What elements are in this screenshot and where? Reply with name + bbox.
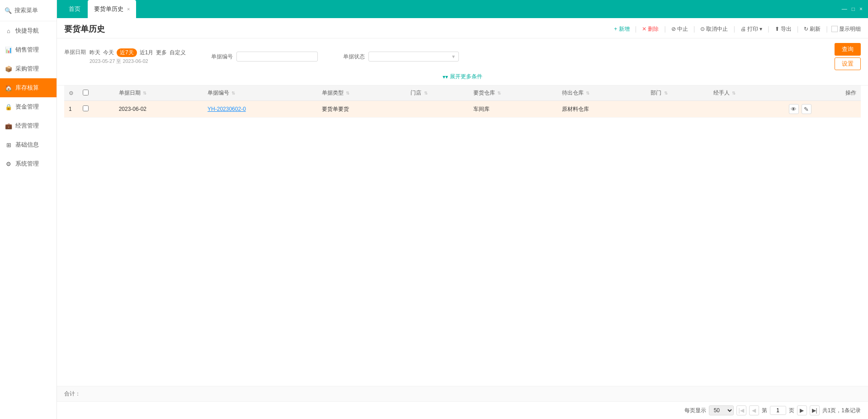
col-actions: 操作 (784, 86, 861, 101)
chart-icon: 📊 (5, 46, 13, 54)
sort-icon-date[interactable]: ⇅ (143, 90, 146, 95)
pagination: 每页显示 50 100 200 |◀ ◀ 第 页 ▶ ▶| 共1页，1条记录 (57, 401, 868, 419)
bill-no-label: 单据编号 (211, 53, 233, 61)
last-page-btn[interactable]: ▶| (810, 405, 820, 415)
table-body: 1 2023-06-02 YH-20230602-0 要货单要货 车间库 原材料… (64, 101, 861, 118)
sidebar-item-label: 销售管理 (15, 46, 39, 54)
cell-index: 1 (64, 101, 78, 118)
page-number-input[interactable] (770, 406, 786, 415)
status-label: 单据状态 (343, 53, 365, 61)
per-page-select[interactable]: 50 100 200 (709, 405, 734, 415)
row-checkbox[interactable] (83, 105, 89, 111)
sort-icon-store[interactable]: ⇅ (424, 90, 428, 95)
sidebar-item-finance[interactable]: 🔒 资金管理 (0, 97, 57, 116)
settings-button[interactable]: 设置 (835, 57, 861, 70)
sidebar-search[interactable]: 🔍 搜索菜单 (0, 0, 57, 21)
display-detail-toggle[interactable]: 显示明细 (831, 25, 861, 33)
bill-no-input[interactable] (236, 52, 318, 62)
display-detail-checkbox[interactable] (831, 26, 838, 32)
date-opt-today[interactable]: 今天 (103, 49, 114, 57)
date-opt-last1month[interactable]: 近1月 (140, 49, 154, 57)
refresh-button[interactable]: ↻ 刷新 (802, 24, 822, 34)
cell-store (406, 101, 468, 118)
filter-area: 单据日期 昨天 今天 近7天 近1月 更多 自定义 2023-05-27 至 2… (57, 38, 868, 86)
status-filter-group: 单据状态 ▾ (343, 52, 827, 62)
row-actions: 👁 ✎ (789, 104, 856, 114)
toolbar: + 新增 | ✕ 删除 | ⊘ 中止 | ⊙ 取消中止 | 🖨 (612, 24, 861, 34)
cell-bill-no: YH-20230602-0 (203, 101, 317, 118)
page-title: 要货单历史 (64, 24, 105, 34)
row-edit-btn[interactable]: ✎ (802, 104, 811, 114)
stop-button[interactable]: ⊘ 中止 (670, 24, 690, 34)
print-dropdown-icon: ▾ (760, 26, 762, 32)
status-select-wrap: ▾ (368, 52, 495, 62)
sidebar-item-label: 采购管理 (15, 65, 39, 73)
sidebar-item-inventory[interactable]: 🏠 库存核算 (0, 78, 57, 97)
sidebar-item-quick-nav[interactable]: ⌂ 快捷导航 (0, 21, 57, 40)
date-opt-custom[interactable]: 自定义 (170, 49, 186, 57)
sort-icon-req-wh[interactable]: ⇅ (497, 90, 501, 95)
new-button[interactable]: + 新增 (612, 24, 631, 34)
expand-more-btn[interactable]: ▾▾ 展开更多条件 (64, 73, 861, 81)
delete-button[interactable]: ✕ 删除 (640, 24, 660, 34)
tab-close-icon[interactable]: × (127, 6, 130, 12)
sidebar-item-label: 基础信息 (15, 141, 39, 149)
window-controls: — □ × (842, 6, 863, 12)
sidebar-item-basic-info[interactable]: ⊞ 基础信息 (0, 135, 57, 154)
cancel-stop-button[interactable]: ⊙ 取消中止 (698, 24, 730, 34)
query-button[interactable]: 查询 (835, 43, 861, 56)
sidebar-item-purchase[interactable]: 📦 采购管理 (0, 59, 57, 78)
date-opt-more[interactable]: 更多 (156, 49, 167, 57)
page-header: 要货单历史 + 新增 | ✕ 删除 | ⊘ 中止 | ⊙ 取消中止 | (57, 18, 868, 38)
prev-page-btn[interactable]: ◀ (749, 405, 759, 415)
row-view-btn[interactable]: 👁 (789, 104, 799, 114)
tab-order-history[interactable]: 要货单历史 × (88, 0, 136, 18)
minimize-btn[interactable]: — (842, 6, 847, 12)
briefcase-icon: 💼 (5, 122, 13, 130)
cell-checkbox (78, 101, 114, 118)
col-request-warehouse: 要货仓库 ⇅ (469, 86, 557, 101)
status-dropdown-icon: ▾ (452, 53, 455, 60)
date-filter-label: 单据日期 (64, 48, 86, 56)
next-page-btn[interactable]: ▶ (797, 405, 807, 415)
first-page-btn[interactable]: |◀ (736, 405, 746, 415)
box-icon: 📦 (5, 65, 13, 73)
sort-icon-bill-no[interactable]: ⇅ (231, 90, 235, 95)
sidebar-item-label: 系统管理 (15, 160, 39, 168)
sidebar-item-operations[interactable]: 💼 经营管理 (0, 116, 57, 135)
sidebar-item-label: 库存核算 (15, 84, 39, 92)
cell-pending-warehouse: 原材料仓库 (557, 101, 646, 118)
sidebar: 🔍 搜索菜单 ⌂ 快捷导航 📊 销售管理 📦 采购管理 🏠 库存核算 🔒 资金管… (0, 0, 57, 419)
sidebar-item-system[interactable]: ⚙ 系统管理 (0, 154, 57, 173)
search-icon: 🔍 (5, 7, 12, 14)
filter-row-1: 单据日期 昨天 今天 近7天 近1月 更多 自定义 2023-05-27 至 2… (64, 43, 861, 70)
sort-icon-handler[interactable]: ⇅ (732, 90, 736, 95)
action-buttons: 查询 设置 (835, 43, 861, 70)
tab-home[interactable]: 首页 (62, 0, 87, 18)
cell-request-warehouse: 车间库 (469, 101, 557, 118)
sort-icon-bill-type[interactable]: ⇅ (346, 90, 349, 95)
sort-icon-dept[interactable]: ⇅ (664, 90, 668, 95)
col-store: 门店 ⇅ (406, 86, 468, 101)
maximize-btn[interactable]: □ (852, 6, 855, 12)
status-select[interactable]: ▾ (368, 52, 459, 62)
date-opt-yesterday[interactable]: 昨天 (90, 49, 100, 57)
table-settings-col[interactable]: ⚙ (64, 86, 78, 101)
date-opt-last7[interactable]: 近7天 (117, 48, 137, 57)
tab-order-history-label: 要货单历史 (94, 5, 123, 13)
table-footer: 合计： (57, 386, 868, 401)
print-button[interactable]: 🖨 打印 ▾ (739, 24, 764, 34)
cell-department (646, 101, 708, 118)
export-button[interactable]: ⬆ 导出 (773, 24, 793, 34)
sidebar-item-sales[interactable]: 📊 销售管理 (0, 40, 57, 59)
bill-no-link[interactable]: YH-20230602-0 (208, 106, 246, 112)
total-info: 共1页，1条记录 (822, 407, 861, 414)
sort-icon-pend-wh[interactable]: ⇅ (586, 90, 590, 95)
select-all-checkbox[interactable] (83, 90, 89, 95)
content-area: 要货单历史 + 新增 | ✕ 删除 | ⊘ 中止 | ⊙ 取消中止 | (57, 18, 868, 419)
expand-more-label: 展开更多条件 (450, 73, 482, 81)
lock-icon: 🔒 (5, 103, 13, 111)
cell-actions: 👁 ✎ (784, 101, 861, 118)
table-row: 1 2023-06-02 YH-20230602-0 要货单要货 车间库 原材料… (64, 101, 861, 118)
close-btn[interactable]: × (859, 6, 863, 12)
